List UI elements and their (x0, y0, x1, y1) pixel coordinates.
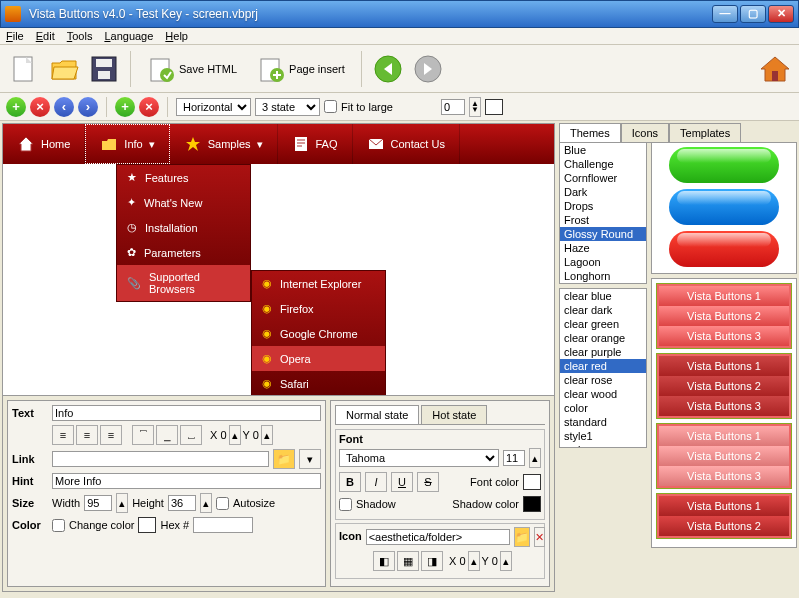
height-input[interactable] (168, 495, 196, 511)
style-item[interactable]: color (560, 401, 646, 415)
valign-bot-button[interactable]: ⎵ (180, 425, 202, 445)
remove-sub-button[interactable]: × (139, 97, 159, 117)
sample-set-1[interactable]: Vista Buttons 1Vista Buttons 2Vista Butt… (656, 283, 792, 349)
italic-button[interactable]: I (365, 472, 387, 492)
style-item[interactable]: style1 (560, 429, 646, 443)
add-sub-button[interactable]: + (115, 97, 135, 117)
nav-info[interactable]: Info▾ (85, 124, 169, 164)
spinner-icon[interactable]: ▴ (116, 493, 128, 513)
hint-input[interactable] (52, 473, 321, 489)
theme-item[interactable]: Mac 2 (560, 283, 646, 284)
add-item-button[interactable]: + (6, 97, 26, 117)
style-list[interactable]: clear blueclear darkclear greenclear ora… (559, 288, 647, 448)
spinner-icon[interactable]: ▴ (500, 551, 512, 571)
sub-whats-new[interactable]: ✦What's New (117, 190, 250, 215)
sub-ie[interactable]: ◉Internet Explorer (252, 271, 385, 296)
width-input[interactable] (84, 495, 112, 511)
new-button[interactable] (6, 51, 42, 87)
back-button[interactable] (370, 51, 406, 87)
menu-file[interactable]: File (6, 30, 24, 42)
sub-firefox[interactable]: ◉Firefox (252, 296, 385, 321)
theme-item[interactable]: Frost (560, 213, 646, 227)
valign-mid-button[interactable]: ⎯ (156, 425, 178, 445)
sub-chrome[interactable]: ◉Google Chrome (252, 321, 385, 346)
menu-language[interactable]: Language (104, 30, 153, 42)
tab-templates[interactable]: Templates (669, 123, 741, 143)
font-color-swatch[interactable] (523, 474, 541, 490)
icon-path-input[interactable] (366, 529, 510, 545)
save-button[interactable] (86, 51, 122, 87)
theme-item[interactable]: Blue (560, 143, 646, 157)
tab-hot-state[interactable]: Hot state (421, 405, 487, 424)
state-select[interactable]: 3 state (255, 98, 320, 116)
style-item[interactable]: clear purple (560, 345, 646, 359)
theme-item[interactable]: Dark (560, 185, 646, 199)
align-right-button[interactable]: ≡ (100, 425, 122, 445)
theme-item[interactable]: Glossy Round (560, 227, 646, 241)
theme-item[interactable]: Drops (560, 199, 646, 213)
style-item[interactable]: standard (560, 415, 646, 429)
page-insert-button[interactable]: Page insert (249, 55, 353, 83)
nav-faq[interactable]: FAQ (278, 124, 353, 164)
strike-button[interactable]: S (417, 472, 439, 492)
minimize-button[interactable]: — (712, 5, 738, 23)
close-button[interactable]: ✕ (768, 5, 794, 23)
forward-button[interactable] (410, 51, 446, 87)
open-button[interactable] (46, 51, 82, 87)
link-input[interactable] (52, 451, 269, 467)
spinner-icon[interactable]: ▴ (200, 493, 212, 513)
nav-home[interactable]: Home (3, 124, 85, 164)
tab-themes[interactable]: Themes (559, 123, 621, 143)
bold-button[interactable]: B (339, 472, 361, 492)
style-item[interactable]: web (560, 443, 646, 448)
remove-item-button[interactable]: × (30, 97, 50, 117)
shadow-checkbox[interactable] (339, 498, 352, 511)
style-item[interactable]: clear orange (560, 331, 646, 345)
style-item[interactable]: clear green (560, 317, 646, 331)
theme-list[interactable]: BlueChallengeCornflowerDarkDropsFrostGlo… (559, 142, 647, 284)
button-samples-list[interactable]: Vista Buttons 1Vista Buttons 2Vista Butt… (651, 278, 797, 548)
sub-parameters[interactable]: ✿Parameters (117, 240, 250, 265)
target-button[interactable]: ▾ (299, 449, 321, 469)
spinner-icon[interactable]: ▴ (229, 425, 241, 445)
autosize-checkbox[interactable] (216, 497, 229, 510)
spinner-icon[interactable]: ▲▼ (469, 97, 481, 117)
icon-pos2-button[interactable]: ▦ (397, 551, 419, 571)
sub-opera[interactable]: ◉Opera (252, 346, 385, 371)
align-center-button[interactable]: ≡ (76, 425, 98, 445)
theme-item[interactable]: Haze (560, 241, 646, 255)
home-icon[interactable] (757, 51, 793, 87)
sample-set-3[interactable]: Vista Buttons 1Vista Buttons 2Vista Butt… (656, 423, 792, 489)
theme-item[interactable]: Longhorn (560, 269, 646, 283)
underline-button[interactable]: U (391, 472, 413, 492)
maximize-button[interactable]: ▢ (740, 5, 766, 23)
icon-pos1-button[interactable]: ◧ (373, 551, 395, 571)
browse-icon-button[interactable]: 📁 (514, 527, 530, 547)
tab-icons[interactable]: Icons (621, 123, 669, 143)
menu-help[interactable]: Help (165, 30, 188, 42)
index-input[interactable] (441, 99, 465, 115)
theme-item[interactable]: Challenge (560, 157, 646, 171)
sub-browsers[interactable]: 📎Supported Browsers (117, 265, 250, 301)
icon-pos3-button[interactable]: ◨ (421, 551, 443, 571)
move-left-button[interactable]: ‹ (54, 97, 74, 117)
theme-item[interactable]: Lagoon (560, 255, 646, 269)
save-html-button[interactable]: Save HTML (139, 55, 245, 83)
spinner-icon[interactable]: ▴ (468, 551, 480, 571)
fit-checkbox[interactable] (324, 100, 337, 113)
clear-icon-button[interactable]: ✕ (534, 527, 545, 547)
font-select[interactable]: Tahoma (339, 449, 499, 467)
style-item[interactable]: clear blue (560, 289, 646, 303)
menu-tools[interactable]: Tools (67, 30, 93, 42)
orientation-select[interactable]: Horizontal (176, 98, 251, 116)
browse-link-button[interactable]: 📁 (273, 449, 295, 469)
sample-set-2[interactable]: Vista Buttons 1Vista Buttons 2Vista Butt… (656, 353, 792, 419)
hex-input[interactable] (193, 517, 253, 533)
shadow-color-swatch[interactable] (523, 496, 541, 512)
color-swatch[interactable] (138, 517, 156, 533)
style-item[interactable]: clear rose (560, 373, 646, 387)
sub-features[interactable]: ★Features (117, 165, 250, 190)
style-item[interactable]: clear dark (560, 303, 646, 317)
sub-installation[interactable]: ◷Installation (117, 215, 250, 240)
valign-top-button[interactable]: ⎴ (132, 425, 154, 445)
